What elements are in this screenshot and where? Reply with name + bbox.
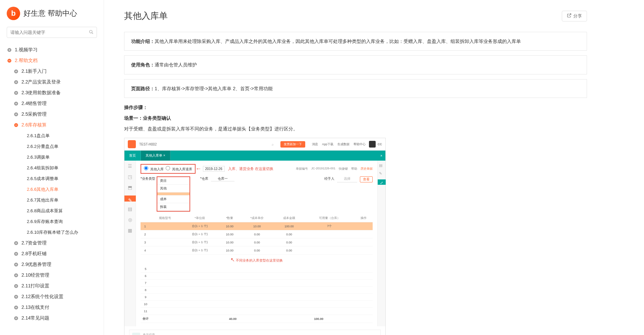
role-box: 使用角色：通常由仓管人员维护: [124, 55, 587, 74]
ss-content: 其他入库 其他入库退库 ← 2019-12-26 入库、退货业务 在这里切换 单…: [136, 161, 377, 326]
nav-label: 2.7资金管理: [21, 240, 47, 246]
dd-item: 成本: [157, 196, 190, 203]
nav-label: 2.4销售管理: [21, 101, 47, 107]
table-cell: [355, 230, 373, 238]
nav-item[interactable]: 2.6.1盘点单: [7, 130, 97, 141]
steps-title: 操作步骤：: [124, 105, 587, 111]
nav-item[interactable]: 2.8手机旺铺: [7, 248, 97, 259]
minus-icon: [7, 58, 12, 63]
svg-rect-29: [16, 253, 16, 255]
svg-rect-23: [15, 125, 17, 125]
nav-item[interactable]: 2.7资金管理: [7, 238, 97, 248]
ss-docno-label: 单据编号: [296, 167, 308, 171]
table-cell: [355, 238, 373, 246]
plus-icon: [13, 101, 19, 106]
nav-item[interactable]: 2.6.5成本调整单: [7, 173, 97, 184]
nav-item[interactable]: 2.3使用前数据准备: [7, 88, 97, 98]
ss-docno: JC-20191226-001: [311, 167, 335, 171]
plus-icon: [13, 79, 19, 85]
nav-item[interactable]: 2.11打印设置: [7, 281, 97, 291]
svg-rect-18: [16, 103, 16, 105]
nav-label: 2.6.2分量盘点单: [27, 144, 58, 150]
ss-toolbar-right: 单据编号 JC-20191226-001 快捷键 帮助 历史单据: [296, 167, 373, 171]
plus-icon: [13, 305, 19, 310]
nav-item[interactable]: 2.6.10库存账本错了怎么办: [7, 227, 97, 238]
ss-table-empty: 5 6 7 8 9 10 11 合计40.00100.00: [141, 266, 373, 323]
ss-toplink: 帮助中心: [354, 142, 366, 147]
nav-item[interactable]: 2.6.3调拨单: [7, 152, 97, 163]
ss-tabs: 首页 其他入库单 × ×: [124, 151, 385, 161]
table-header: 可用量（台库）: [305, 214, 355, 222]
ss-tab: 其他入库单 ×: [141, 151, 170, 161]
ss-wh-value: 仓库一: [211, 176, 234, 181]
nav-item[interactable]: 2.6.6其他入库单: [7, 184, 97, 195]
ss-toplink: 生成数据: [337, 142, 350, 147]
nav-tree: 1.视频学习2.帮助文档2.1新手入门2.2产品安装及登录2.3使用前数据准备2…: [7, 45, 97, 324]
table-cell: 10.00: [219, 238, 240, 246]
ss-topbar: TEST-H002 ⌕ 发票新加一下 消息 App下载 生成数据 帮助中心 CC: [124, 138, 385, 151]
ss-tool: 帮助: [351, 167, 357, 171]
ss-body: ☰ ◳ ⬒ ✎ ▤ ◎ ▦ 其他入库 其他入库退库 ←: [124, 161, 385, 326]
intro-label: 功能介绍：: [131, 39, 155, 44]
ss-tab: 首页: [124, 151, 141, 161]
dd-item: 其他: [157, 185, 190, 192]
table-cell: [150, 238, 180, 246]
nav-item[interactable]: 2.5采购管理: [7, 109, 97, 120]
nav-item[interactable]: 2.9优惠券管理: [7, 259, 97, 270]
table-cell: [305, 238, 355, 246]
plus-icon: [13, 262, 19, 267]
nav-item[interactable]: 2.6.8商品成本重算: [7, 206, 97, 216]
table-row: 1台(1 = 1 个)10.0010.00100.007个: [141, 222, 373, 230]
nav-item[interactable]: 2.6.9库存账本查询: [7, 216, 97, 227]
ss-icon: ☰: [127, 163, 133, 169]
nav-label: 2.6.1盘点单: [27, 133, 50, 139]
nav-item[interactable]: 2.12系统个性化设置: [7, 291, 97, 302]
nav-label: 2.6.8商品成本重算: [27, 208, 63, 214]
nav-item[interactable]: 1.视频学习: [7, 45, 97, 55]
table-cell: 台(1 = 1 个): [180, 238, 219, 246]
table-cell: 10.00: [219, 246, 240, 255]
nav-item[interactable]: 2.13在线支付: [7, 302, 97, 313]
ss-biz-label: *业务类型: [141, 176, 155, 181]
role-text: 通常由仓管人员维护: [155, 62, 197, 67]
table-header: *单位级: [180, 214, 219, 222]
share-button[interactable]: 分享: [562, 11, 587, 21]
nav-item[interactable]: 2.10经营管理: [7, 270, 97, 281]
ss-table: 规格型号*单位级*数量*成本单价成本金额可用量（台库）操作 1台(1 = 1 个…: [141, 214, 373, 255]
logo: b 好生意 帮助中心: [7, 7, 97, 20]
table-cell: 4: [141, 246, 150, 255]
svg-rect-21: [16, 113, 16, 115]
nav-item[interactable]: 2.4销售管理: [7, 98, 97, 109]
nav-item[interactable]: 2.6.4组装拆卸单: [7, 163, 97, 173]
nav-item[interactable]: 2.2产品安装及登录: [7, 77, 97, 88]
nav-label: 2.2产品安装及登录: [21, 79, 61, 85]
annotation-text: 不同业务的入库变型在这里切换: [236, 259, 283, 262]
svg-rect-26: [16, 242, 16, 244]
svg-line-1: [92, 33, 93, 34]
nav-label: 2.8手机旺铺: [21, 251, 47, 257]
search-input[interactable]: [7, 27, 97, 38]
nav-item[interactable]: 2.14常见问题: [7, 313, 97, 324]
minus-icon: [13, 122, 19, 128]
ss-wh-label: *仓库: [200, 176, 208, 181]
nav-item[interactable]: 2.1新手入门: [7, 66, 97, 77]
table-cell: 0.00: [274, 230, 305, 238]
nav-item[interactable]: 2.帮助文档: [7, 55, 97, 66]
table-cell: 0.00: [240, 246, 274, 255]
total-amt: 100.00: [281, 315, 356, 323]
table-cell: 10.00: [219, 222, 240, 230]
nav-item[interactable]: 2.6.2分量盘点单: [7, 141, 97, 152]
search-icon[interactable]: [89, 30, 94, 35]
ss-tool: 历史单据: [361, 167, 373, 171]
share-icon: [567, 13, 572, 19]
table-row: 2台(1 = 1 个)10.000.000.00: [141, 230, 373, 238]
table-cell: 7个: [305, 222, 355, 230]
ss-annotation1: 入库、退货业务 在这里切换: [228, 166, 273, 171]
nav-item[interactable]: 2.6库存核算: [7, 120, 97, 130]
nav-item[interactable]: 2.6.7其他出库单: [7, 195, 97, 206]
nav-label: 2.14常见问题: [21, 315, 49, 321]
ss-ricon: ⤢: [378, 179, 386, 185]
table-row: 3台(1 = 1 个)10.000.000.00: [141, 238, 373, 246]
table-cell: 0.00: [240, 238, 274, 246]
ss-top-button: 发票新加一下: [280, 141, 305, 148]
